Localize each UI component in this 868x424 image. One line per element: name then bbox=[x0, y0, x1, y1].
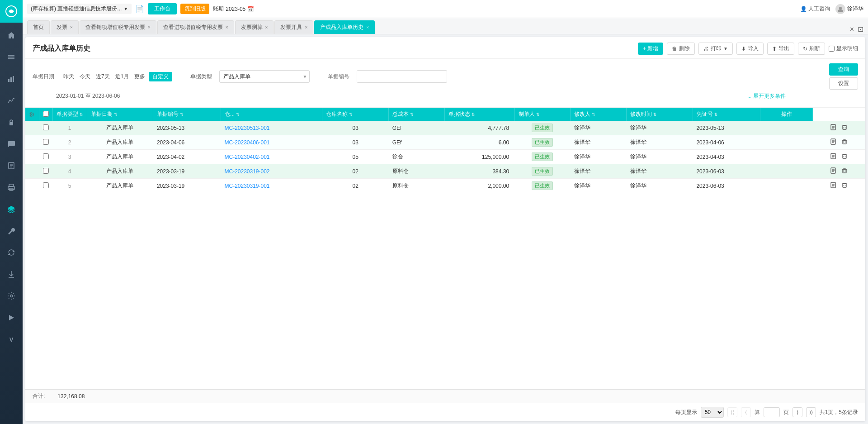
import-button[interactable]: ⬇ 导入 bbox=[736, 43, 764, 55]
th-warehouse-name[interactable]: 仓库名称⇅ bbox=[322, 108, 389, 121]
th-warehouse-code[interactable]: 仓...⇅ bbox=[221, 108, 322, 121]
tab-close-all-button[interactable]: × bbox=[850, 26, 854, 33]
row-number[interactable]: MC-20230319-002 bbox=[221, 164, 322, 179]
settings-gear-icon[interactable]: ⚙ bbox=[29, 111, 35, 118]
row-checkbox[interactable] bbox=[43, 168, 49, 174]
row-check-cell[interactable] bbox=[39, 121, 52, 135]
query-button[interactable]: 查询 bbox=[829, 63, 858, 76]
type-select[interactable]: 产品入库单 bbox=[219, 70, 310, 83]
number-input[interactable] bbox=[357, 70, 447, 83]
first-page-button[interactable]: ⟨⟨ bbox=[727, 407, 737, 417]
th-status[interactable]: 单据状态⇅ bbox=[444, 108, 514, 121]
date-btn-custom[interactable]: 自定义 bbox=[149, 72, 172, 81]
row-edit-button[interactable] bbox=[829, 138, 838, 147]
row-delete-button[interactable] bbox=[840, 167, 849, 176]
page-number-input[interactable]: 1 bbox=[764, 407, 780, 417]
refresh-button[interactable]: ↻ 刷新 bbox=[798, 43, 825, 55]
date-btn-today[interactable]: 今天 bbox=[78, 72, 92, 81]
export-button[interactable]: ⬆ 导出 bbox=[767, 43, 794, 55]
print-button[interactable]: 🖨 打印 ▼ bbox=[698, 43, 733, 55]
next-page-button[interactable]: ⟩ bbox=[793, 407, 802, 417]
sidebar-item-download[interactable] bbox=[0, 263, 23, 285]
row-number[interactable]: MC-20230513-001 bbox=[221, 121, 322, 135]
sidebar-item-chart[interactable] bbox=[0, 68, 23, 90]
tab-invoice-open-close[interactable]: × bbox=[305, 25, 307, 30]
sidebar-item-home[interactable] bbox=[0, 24, 23, 46]
switch-version-button[interactable]: 切到旧版 bbox=[180, 4, 209, 14]
sidebar-item-play[interactable] bbox=[0, 307, 23, 329]
tab-sales-invoice[interactable]: 查看销项增值税专用发票 × bbox=[80, 20, 156, 34]
tab-purchase-invoice[interactable]: 查看进项增值税专用发票 × bbox=[157, 20, 234, 34]
th-voucher[interactable]: 凭证号⇅ bbox=[693, 108, 760, 121]
th-total-cost[interactable]: 总成本⇅ bbox=[389, 108, 445, 121]
sidebar-item-settings[interactable] bbox=[0, 285, 23, 307]
sidebar-item-tool[interactable] bbox=[0, 220, 23, 242]
new-button[interactable]: + 新增 bbox=[638, 43, 663, 55]
row-number[interactable]: MC-20230319-001 bbox=[221, 179, 322, 193]
row-checkbox[interactable] bbox=[43, 182, 49, 188]
tab-sales-invoice-close[interactable]: × bbox=[148, 25, 151, 30]
row-checkbox[interactable] bbox=[43, 139, 49, 145]
th-modify-time[interactable]: 修改时间⇅ bbox=[627, 108, 693, 121]
th-creator[interactable]: 制单人⇅ bbox=[514, 108, 571, 121]
row-number-link[interactable]: MC-20230406-001 bbox=[224, 139, 269, 146]
tab-maximize-button[interactable]: ⊡ bbox=[858, 26, 863, 33]
th-type[interactable]: 单据类型⇅ bbox=[52, 108, 87, 121]
row-number-link[interactable]: MC-20230402-001 bbox=[224, 154, 269, 160]
row-delete-button[interactable] bbox=[840, 152, 849, 161]
tab-invoice-calc[interactable]: 发票测算 × bbox=[235, 20, 274, 34]
show-detail-label[interactable]: 显示明细 bbox=[829, 45, 858, 52]
calendar-icon[interactable]: 📅 bbox=[247, 6, 254, 12]
sidebar-item-version[interactable]: V bbox=[0, 329, 23, 350]
set-button[interactable]: 设置 bbox=[829, 77, 858, 90]
th-date[interactable]: 单据日期⇅ bbox=[87, 108, 153, 121]
sidebar-item-sync[interactable] bbox=[0, 242, 23, 263]
sidebar-item-print[interactable] bbox=[0, 176, 23, 198]
delete-button[interactable]: 🗑 删除 bbox=[667, 43, 695, 55]
row-edit-button[interactable] bbox=[829, 124, 838, 132]
sidebar-item-menu[interactable] bbox=[0, 46, 23, 68]
tab-purchase-invoice-close[interactable]: × bbox=[226, 25, 228, 30]
th-number[interactable]: 单据编号⇅ bbox=[153, 108, 221, 121]
row-delete-button[interactable] bbox=[840, 138, 849, 147]
th-check[interactable] bbox=[39, 108, 52, 121]
row-edit-button[interactable] bbox=[829, 152, 838, 161]
th-modifier[interactable]: 修改人⇅ bbox=[571, 108, 627, 121]
row-delete-button[interactable] bbox=[840, 181, 849, 190]
sidebar-item-document[interactable] bbox=[0, 155, 23, 176]
row-checkbox[interactable] bbox=[43, 124, 49, 130]
date-btn-yesterday[interactable]: 昨天 bbox=[61, 72, 76, 81]
sidebar-item-inventory[interactable] bbox=[0, 198, 23, 220]
row-check-cell[interactable] bbox=[39, 179, 52, 193]
row-number[interactable]: MC-20230402-001 bbox=[221, 150, 322, 164]
user-menu[interactable]: 徐泽华 bbox=[835, 4, 863, 14]
row-check-cell[interactable] bbox=[39, 164, 52, 179]
th-settings[interactable]: ⚙ bbox=[25, 108, 39, 121]
tab-invoice-calc-close[interactable]: × bbox=[265, 25, 268, 30]
tab-invoice-open[interactable]: 发票开具 × bbox=[274, 20, 313, 34]
expand-filter-button[interactable]: ⌄ 展开更多条件 bbox=[747, 92, 786, 100]
row-number[interactable]: MC-20230406-001 bbox=[221, 135, 322, 150]
company-selector[interactable]: (库存核算) 直播轻捷通信息技术股份... ▼ bbox=[27, 4, 132, 14]
sidebar-item-analysis[interactable] bbox=[0, 90, 23, 111]
row-checkbox[interactable] bbox=[43, 153, 49, 159]
row-number-link[interactable]: MC-20230513-001 bbox=[224, 125, 269, 131]
date-btn-7days[interactable]: 近7天 bbox=[94, 72, 112, 81]
prev-page-button[interactable]: ⟨ bbox=[741, 407, 751, 417]
per-page-select[interactable]: 50 10 20 100 bbox=[701, 407, 724, 418]
row-number-link[interactable]: MC-20230319-001 bbox=[224, 183, 269, 189]
tab-product-inbound-close[interactable]: × bbox=[366, 25, 369, 30]
row-edit-button[interactable] bbox=[829, 181, 838, 190]
row-check-cell[interactable] bbox=[39, 150, 52, 164]
tab-home[interactable]: 首页 bbox=[27, 20, 50, 34]
workbench-button[interactable]: 工作台 bbox=[148, 3, 177, 14]
last-page-button[interactable]: ⟩⟩ bbox=[806, 407, 816, 417]
row-check-cell[interactable] bbox=[39, 135, 52, 150]
sidebar-item-lock[interactable] bbox=[0, 111, 23, 133]
row-number-link[interactable]: MC-20230319-002 bbox=[224, 168, 269, 175]
app-logo[interactable] bbox=[0, 0, 23, 23]
tab-invoice[interactable]: 发票 × bbox=[51, 20, 79, 34]
help-button[interactable]: 👤 人工咨询 bbox=[800, 5, 830, 13]
date-btn-1month[interactable]: 近1月 bbox=[113, 72, 131, 81]
show-detail-checkbox[interactable] bbox=[829, 46, 835, 52]
